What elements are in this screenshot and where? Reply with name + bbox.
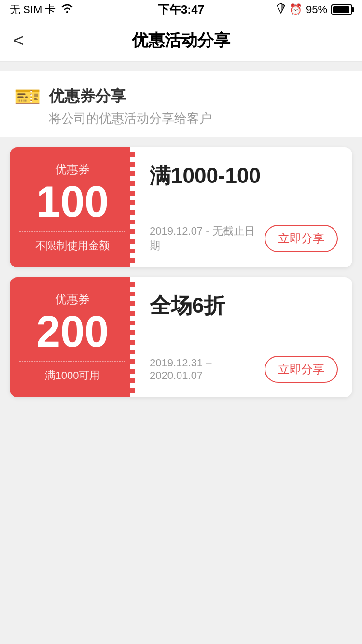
coupon-bottom-2: 2019.12.31 – 2020.01.07 立即分享 — [150, 356, 338, 383]
coupon-left-2: 优惠券 200 满1000可用 — [10, 277, 135, 397]
coupon-left-1: 优惠券 100 不限制使用金额 — [10, 147, 135, 267]
coupon-right-2: 全场6折 2019.12.31 – 2020.01.07 立即分享 — [135, 277, 352, 397]
battery-fill — [333, 6, 349, 13]
coupon-date-2: 2019.12.31 – 2020.01.07 — [150, 357, 257, 382]
status-bar: 无 SIM 卡 下午3:47 ⏰ 95% — [0, 0, 362, 19]
coupon-bottom-1: 2019.12.07 - 无截止日期 立即分享 — [150, 224, 338, 253]
coupon-condition-2: 满1000可用 — [45, 368, 100, 383]
coupon-title-1: 满1000-100 — [150, 162, 338, 190]
coupon-type-2: 优惠券 — [55, 292, 90, 307]
battery-percent: 95% — [306, 3, 327, 16]
coupon-right-1: 满1000-100 2019.12.07 - 无截止日期 立即分享 — [135, 147, 352, 267]
status-left: 无 SIM 卡 — [10, 2, 74, 17]
coupon-card-1: 优惠券 100 不限制使用金额 满1000-100 2019.12.07 - 无… — [10, 147, 352, 267]
status-right: ⏰ 95% — [277, 3, 352, 16]
section-title: 优惠券分享 — [49, 86, 212, 107]
share-button-2[interactable]: 立即分享 — [265, 356, 338, 383]
coupon-date-1: 2019.12.07 - 无截止日期 — [150, 224, 257, 253]
location-icon — [277, 3, 285, 16]
coupon-amount-2: 200 — [36, 310, 109, 353]
coupon-title-2: 全场6折 — [150, 292, 338, 320]
wifi-icon — [60, 3, 74, 16]
coupon-divider-1 — [19, 231, 125, 232]
section-text: 优惠券分享 将公司的优惠活动分享给客户 — [49, 86, 212, 127]
bottom-area — [0, 407, 362, 644]
back-button[interactable]: < — [14, 30, 24, 51]
coupon-condition-1: 不限制使用金额 — [35, 238, 110, 253]
coupon-type-1: 优惠券 — [55, 162, 90, 177]
coupon-section-icon: 🎫 — [14, 86, 41, 107]
battery-icon — [331, 4, 352, 15]
coupon-divider-2 — [19, 361, 125, 362]
sim-label: 无 SIM 卡 — [10, 2, 56, 17]
svg-point-0 — [66, 11, 68, 13]
coupon-amount-1: 100 — [36, 180, 109, 224]
coupon-list: 优惠券 100 不限制使用金额 满1000-100 2019.12.07 - 无… — [0, 138, 362, 407]
alarm-icon: ⏰ — [289, 3, 302, 16]
share-button-1[interactable]: 立即分享 — [265, 225, 338, 252]
coupon-card-2: 优惠券 200 满1000可用 全场6折 2019.12.31 – 2020.0… — [10, 277, 352, 397]
section-subtitle: 将公司的优惠活动分享给客户 — [49, 110, 212, 127]
nav-bar: < 优惠活动分享 — [0, 19, 362, 62]
nav-title: 优惠活动分享 — [132, 29, 230, 52]
status-time: 下午3:47 — [158, 2, 204, 17]
section-header: 🎫 优惠券分享 将公司的优惠活动分享给客户 — [0, 71, 362, 137]
